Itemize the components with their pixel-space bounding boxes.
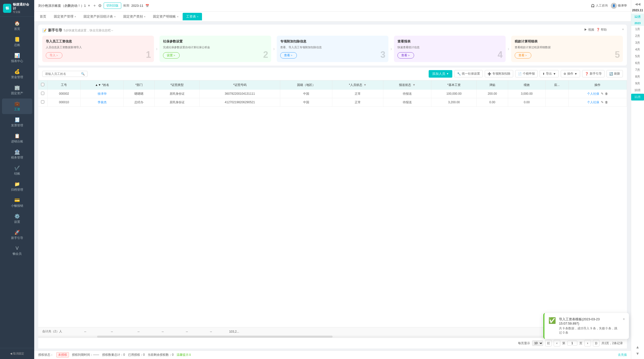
export-button[interactable]: ⬆ 导出 ▼	[540, 70, 559, 77]
reports-icon: 📊	[14, 53, 20, 58]
calendar-month-7[interactable]: 7月	[631, 67, 644, 73]
tab-close-icon[interactable]: ×	[114, 15, 115, 18]
panel-icon-down[interactable]: ▼	[636, 351, 640, 356]
ai-consult-button[interactable]: 🎧 人工咨询	[591, 4, 608, 8]
page-input[interactable]	[567, 341, 577, 346]
sidebar-item-home[interactable]: 🏠 首页	[2, 18, 32, 34]
remain-auth-label: 当前剩余授权数：0	[148, 353, 174, 357]
first-page-button[interactable]: ⟨⟨	[545, 340, 552, 346]
edit-icon[interactable]: ✎	[601, 100, 603, 104]
search-icon[interactable]: 🔍	[81, 72, 85, 76]
search-input[interactable]	[45, 72, 80, 76]
step-5-button[interactable]: 查看＞	[515, 52, 531, 59]
row-checkbox-1[interactable]	[38, 90, 47, 98]
tab-close-active-icon[interactable]: ×	[197, 15, 198, 18]
row-checkbox-2[interactable]	[38, 98, 47, 107]
sidebar-item-guide[interactable]: 🚀 新手引导	[2, 227, 32, 243]
select-all-checkbox[interactable]	[41, 83, 44, 86]
calendar-month-2[interactable]: 2月	[631, 33, 644, 39]
prev-page-button[interactable]: ‹	[554, 340, 560, 346]
add-account-icon[interactable]: ＋	[93, 3, 97, 8]
operation-button[interactable]: ⚙ 操作 ▼	[561, 70, 580, 77]
video-icon[interactable]: ▶ 视频	[584, 28, 594, 32]
settings-account-icon[interactable]: ⚙	[98, 3, 102, 8]
select-all-header[interactable]	[38, 80, 47, 90]
sidebar-item-settings[interactable]: ⚙️ 设置	[2, 211, 32, 227]
payroll-icon: 💼	[14, 101, 20, 107]
sidebar-item-archive[interactable]: 📁 归档管理	[2, 179, 32, 194]
tab-asset-category[interactable]: 固定资产类别 ×	[120, 13, 149, 20]
tab-close-icon[interactable]: ×	[177, 15, 178, 18]
special-deduction-button[interactable]: ➕ 专项附加扣除	[485, 70, 513, 77]
horizontal-scrollbar[interactable]	[38, 336, 627, 338]
sidebar-item-expense[interactable]: 💳 小畅报销	[2, 195, 32, 211]
cell-action-1[interactable]: 个人社保 ✎ 🗑	[568, 90, 627, 98]
next-page-button[interactable]: ›	[584, 340, 591, 346]
tab-payroll[interactable]: 工资表 ×	[183, 13, 202, 20]
tab-close-icon[interactable]: ×	[74, 15, 76, 18]
step-3-button[interactable]: 查看＞	[280, 52, 297, 59]
cancel-fixed-button[interactable]: ◀ 取消固定	[2, 350, 32, 357]
help-icon[interactable]: ❓ 帮助	[596, 28, 607, 32]
tab-fixed-assets[interactable]: 固定资产管理 ×	[50, 13, 79, 20]
delete-icon[interactable]: 🗑	[605, 100, 608, 104]
sidebar-item-member[interactable]: V 畅会员	[2, 243, 32, 259]
row-select-checkbox[interactable]	[41, 100, 44, 104]
calendar-month-10[interactable]: 10月	[631, 87, 644, 94]
calendar-month-11[interactable]: 11月	[631, 94, 644, 100]
calendar-month-3[interactable]: 3月	[631, 39, 644, 46]
tab-home[interactable]: 首页	[36, 13, 50, 20]
refresh-button[interactable]: 🔄 刷新	[607, 70, 623, 77]
per-page-select[interactable]: 10 20 50	[532, 340, 543, 346]
switch-version-button[interactable]: 切到旧版	[104, 3, 121, 9]
sidebar-item-sales[interactable]: 📋 进销台账	[2, 131, 32, 146]
calendar-month-12[interactable]: 12月	[631, 14, 644, 20]
step-4-button[interactable]: 查看＞	[397, 52, 414, 59]
cell-name-2[interactable]: 李俊杰	[81, 98, 124, 107]
sidebar-item-payroll[interactable]: 💼 工资	[2, 98, 32, 114]
warn-icon[interactable]: 温馨提示 ℹ	[177, 353, 191, 357]
sidebar-item-fund[interactable]: 💰 资金管理	[2, 66, 32, 82]
calendar-month-1[interactable]: 1月	[631, 26, 644, 33]
tab-close-icon[interactable]: ×	[144, 15, 145, 18]
cell-action-2[interactable]: 个人社保 ✎ 🗑	[568, 98, 627, 107]
calendar-month-6[interactable]: 6月	[631, 60, 644, 67]
scroll-thumb[interactable]	[97, 336, 333, 338]
sidebar-item-ledger[interactable]: 📒 总账	[2, 34, 32, 50]
social-security-button[interactable]: 🔧 统一社保设置	[454, 70, 483, 77]
add-person-button[interactable]: 添加人员 ▼	[429, 70, 452, 78]
go-charge-link[interactable]: 去充值	[618, 353, 627, 357]
toast-close-button[interactable]: ×	[623, 317, 625, 321]
sidebar-item-invoice[interactable]: 🧾 发票管理	[2, 115, 32, 130]
panel-icon-up[interactable]: ▲	[636, 345, 640, 349]
calendar-month-9[interactable]: 9月	[631, 80, 644, 87]
cell-name-1[interactable]: 徐泽华	[81, 90, 124, 98]
send-filter-icon[interactable]: ▼	[413, 83, 416, 87]
tab-depreciation[interactable]: 固定资产折旧统计表 ×	[80, 13, 119, 20]
sidebar-item-reports[interactable]: 📊 报表中心	[2, 50, 32, 66]
tax-icon: 🏦	[14, 149, 20, 155]
panel-collapse-button[interactable]: ◀◀	[634, 1, 641, 7]
account-selector[interactable]: 刘小艳演示账套（勿删勿动！）1 ▼	[38, 4, 91, 8]
row-select-checkbox[interactable]	[41, 92, 44, 95]
sidebar-item-fixed-assets[interactable]: 🏢 固定资产	[2, 82, 32, 98]
status-bar: 授权状态： 未授权 授权到期时间：—— 授权数量总计：0 已用授权：0 当前剩余…	[34, 350, 631, 359]
last-page-button[interactable]: ⟩⟩	[593, 340, 599, 346]
step-1-button[interactable]: 导入＞	[46, 52, 62, 59]
status-filter-icon[interactable]: ▼	[364, 83, 367, 87]
delete-icon[interactable]: 🗑	[605, 92, 608, 95]
calendar-icon[interactable]: 📅	[145, 4, 149, 8]
calendar-month-4[interactable]: 4月	[631, 46, 644, 53]
newbie-guide-button[interactable]: ❓ 新手引导	[582, 70, 605, 77]
user-info[interactable]: 👤 徐泽华	[611, 3, 627, 9]
guide-close-button[interactable]: ×	[622, 28, 624, 31]
tab-asset-detail[interactable]: 固定资产明细账 ×	[149, 13, 182, 20]
step-2-button[interactable]: 设置＞	[163, 52, 180, 59]
calendar-month-8[interactable]: 8月	[631, 73, 644, 80]
sidebar-item-close[interactable]: ✔️ 结账	[2, 163, 32, 178]
edit-icon[interactable]: ✎	[601, 92, 603, 95]
calendar-month-5[interactable]: 5月	[631, 53, 644, 60]
tax-report-button[interactable]: 📄 个税申报	[515, 70, 538, 77]
sidebar-item-tax[interactable]: 🏦 税务管理	[2, 147, 32, 162]
total-count: 合计共（2）人	[42, 329, 62, 334]
